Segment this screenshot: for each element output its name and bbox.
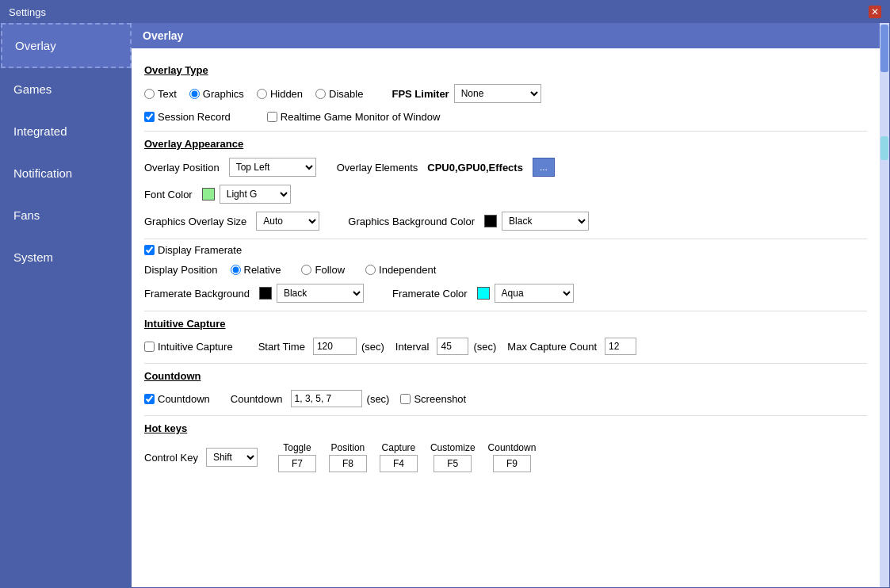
fps-limiter-select[interactable]: None 30 60 120 [454,84,541,103]
customize-key-label: Customize [430,442,476,453]
sidebar-item-games[interactable]: Games [1,68,132,110]
display-position-relative-radio[interactable] [231,265,241,275]
overlay-type-graphics-label[interactable]: Graphics [189,88,244,100]
sidebar-item-notification[interactable]: Notification [1,152,132,194]
display-framerate-row: Display Framerate [144,244,867,256]
position-key-input[interactable] [329,455,367,472]
max-capture-count-input[interactable] [605,338,636,355]
settings-content: Overlay Type Text Graphics Hidden [132,48,880,587]
overlay-type-disable-label[interactable]: Disable [315,88,363,100]
session-record-label[interactable]: Session Record [144,111,231,123]
sidebar-item-integrated[interactable]: Integrated [1,110,132,152]
overlay-elements-label: Overlay Elements [337,162,418,174]
start-time-unit: (sec) [361,341,384,353]
countdown-row: Countdown Countdown (sec) Screenshot [144,390,867,407]
main-panel: Overlay Overlay Type Text Graphics [132,23,880,587]
framerate-bg-color-row: Framerate Background Black White Gray Fr… [144,284,867,303]
sidebar-item-fans[interactable]: Fans [1,194,132,236]
display-position-independent-radio[interactable] [365,265,376,275]
framerate-background-label: Framerate Background [144,288,250,300]
overlay-type-hidden-radio[interactable] [257,89,267,99]
realtime-game-monitor-label[interactable]: Realtime Game Monitor of Window [267,111,441,123]
scrollbar-thumb[interactable] [880,25,888,72]
intuitive-capture-checkbox[interactable] [144,342,155,352]
countdown-key-label: Countdown [488,442,537,453]
countdown-unit: (sec) [367,393,390,405]
graphics-overlay-row: Graphics Overlay Size Auto Small Medium … [144,212,867,231]
font-color-select[interactable]: Light G White Yellow Red [220,185,291,204]
countdown-label2: Countdown [231,393,283,405]
main-content: Overlay Games Integrated Notification Fa… [1,23,889,587]
titlebar: Settings ✕ [1,1,889,23]
realtime-game-monitor-checkbox[interactable] [267,112,277,122]
scrollbar-thumb2[interactable] [880,136,888,160]
fps-limiter-label: FPS Limiter [392,88,449,100]
sidebar-item-system[interactable]: System [1,236,132,278]
interval-label: Interval [395,341,430,353]
display-position-relative-label[interactable]: Relative [231,264,281,276]
font-color-row: Font Color Light G White Yellow Red [144,185,867,204]
intuitive-capture-title: Intuitive Capture [144,318,867,330]
start-time-label: Start Time [258,341,305,353]
graphics-overlay-size-label: Graphics Overlay Size [144,216,246,227]
countdown-key-input[interactable] [493,455,531,472]
graphics-bg-color-select[interactable]: Black White Gray [502,212,589,231]
countdown-checkbox-label[interactable]: Countdown [144,393,210,405]
overlay-type-disable-radio[interactable] [315,89,326,99]
settings-window: Settings ✕ Overlay Games Integrated Noti… [0,0,890,588]
screenshot-label[interactable]: Screenshot [400,393,466,405]
overlay-type-text-label[interactable]: Text [144,88,177,100]
framerate-color-select[interactable]: Aqua White Yellow Red [495,284,574,303]
overlay-type-graphics-radio[interactable] [189,89,200,99]
overlay-elements-button[interactable]: ... [533,158,555,177]
toggle-key-input[interactable] [278,455,316,472]
overlay-elements-value: CPU0,GPU0,Effects [427,162,523,174]
hot-keys-title: Hot keys [144,422,867,434]
overlay-type-row: Text Graphics Hidden Disable [144,84,867,103]
max-capture-count-label: Max Capture Count [507,341,597,353]
graphics-bg-color-label: Graphics Background Color [348,216,475,227]
display-framerate-checkbox[interactable] [144,245,155,255]
hot-keys-row: Control Key Shift Ctrl Alt Toggle Positi… [144,442,867,472]
framerate-background-select[interactable]: Black White Gray [277,284,364,303]
font-color-label: Font Color [144,189,193,200]
close-button[interactable]: ✕ [869,6,881,18]
capture-key-label: Capture [382,442,416,453]
graphics-overlay-size-select[interactable]: Auto Small Medium Large [256,212,319,231]
session-record-row: Session Record Realtime Game Monitor of … [144,111,867,123]
overlay-appearance-title: Overlay Appearance [144,138,867,150]
capture-key-input[interactable] [380,455,418,472]
overlay-position-select[interactable]: Top Left Top Right Bottom Left Bottom Ri… [229,158,316,177]
vertical-scrollbar[interactable] [880,23,889,587]
start-time-input[interactable] [313,338,357,355]
graphics-bg-color-swatch [484,215,497,227]
position-key-label: Position [331,442,365,453]
overlay-position-row: Overlay Position Top Left Top Right Bott… [144,158,867,177]
session-record-checkbox[interactable] [144,112,155,122]
intuitive-capture-label[interactable]: Intuitive Capture [144,341,233,353]
interval-unit: (sec) [473,341,496,353]
overlay-position-label: Overlay Position [144,162,220,174]
interval-input[interactable] [437,338,468,355]
display-framerate-label[interactable]: Display Framerate [144,244,242,256]
framerate-bg-swatch [259,287,272,300]
display-position-follow-radio[interactable] [301,265,311,275]
countdown-title: Countdown [144,370,867,382]
display-position-follow-label[interactable]: Follow [301,264,345,276]
overlay-type-hidden-label[interactable]: Hidden [257,88,303,100]
panel-header: Overlay [132,23,880,48]
display-position-row: Display Position Relative Follow Indepen… [144,264,867,276]
control-key-select[interactable]: Shift Ctrl Alt [206,448,258,467]
display-position-independent-label[interactable]: Independent [365,264,436,276]
overlay-type-title: Overlay Type [144,64,867,76]
framerate-color-label: Framerate Color [392,288,468,300]
screenshot-checkbox[interactable] [400,394,411,404]
sidebar-item-overlay[interactable]: Overlay [1,23,132,68]
customize-key-input[interactable] [434,455,472,472]
framerate-color-swatch [477,287,490,300]
sidebar: Overlay Games Integrated Notification Fa… [1,23,132,587]
overlay-type-text-radio[interactable] [144,89,155,99]
countdown-value-input[interactable] [291,390,362,407]
countdown-checkbox[interactable] [144,394,155,404]
window-title: Settings [9,6,46,18]
